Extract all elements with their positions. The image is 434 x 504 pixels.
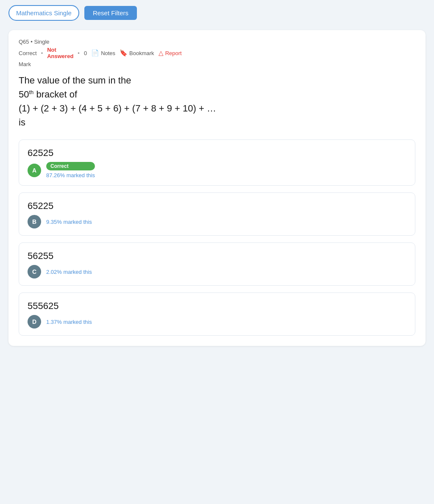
question-text-line2: 50th bracket of	[19, 89, 77, 100]
question-card: Q65 • Single Correct • Not Answered • 0 …	[8, 30, 426, 346]
question-text-line1: The value of the sum in the	[19, 75, 131, 86]
correct-badge-a: Correct	[46, 162, 95, 170]
option-d-percent: 1.37% marked this	[46, 319, 92, 325]
meta-line1: Q65 • Single	[19, 39, 415, 45]
option-b-value: 65225	[28, 200, 406, 212]
option-c-percent: 2.02% marked this	[46, 269, 92, 275]
option-d-value: 555625	[28, 301, 406, 312]
notes-icon: 📄	[91, 49, 99, 57]
meta-line3: Mark	[19, 61, 415, 67]
option-d-info: 1.37% marked this	[46, 319, 92, 325]
option-b-circle: B	[28, 215, 41, 228]
subject-button[interactable]: Mathematics Single	[8, 5, 79, 21]
not-answered-label: Not Answered	[47, 47, 73, 59]
option-card-b[interactable]: 65225 B 9.35% marked this	[19, 192, 415, 236]
correct-label: Correct	[19, 50, 37, 56]
main-container: Q65 • Single Correct • Not Answered • 0 …	[0, 26, 434, 350]
question-math: (1) + (2 + 3) + (4 + 5 + 6) + (7 + 8 + 9…	[19, 103, 216, 114]
option-card-a[interactable]: 62525 A Correct 87.26% marked this	[19, 139, 415, 186]
meta-zero: 0	[84, 50, 87, 56]
option-d-row: D 1.37% marked this	[28, 315, 406, 329]
question-body: The value of the sum in the 50th bracket…	[19, 73, 415, 129]
notes-button[interactable]: 📄 Notes	[91, 49, 115, 57]
option-a-info: Correct 87.26% marked this	[46, 162, 95, 178]
option-card-d[interactable]: 555625 D 1.37% marked this	[19, 292, 415, 336]
question-meta: Q65 • Single Correct • Not Answered • 0 …	[19, 39, 415, 67]
option-b-row: B 9.35% marked this	[28, 215, 406, 228]
reset-filters-button[interactable]: Reset Filters	[84, 6, 137, 20]
option-c-info: 2.02% marked this	[46, 269, 92, 275]
question-id: Q65	[19, 39, 29, 45]
option-c-circle: C	[28, 265, 41, 278]
meta-line2: Correct • Not Answered • 0 📄 Notes 🔖 Boo…	[19, 47, 415, 59]
option-d-circle: D	[28, 315, 41, 329]
option-b-info: 9.35% marked this	[46, 219, 92, 225]
bookmark-button[interactable]: 🔖 Bookmark	[120, 49, 154, 57]
options-list: 62525 A Correct 87.26% marked this 65225…	[19, 139, 415, 336]
warning-icon: △	[159, 49, 164, 57]
option-c-value: 56255	[28, 251, 406, 262]
question-type: Single	[34, 39, 49, 45]
top-bar: Mathematics Single Reset Filters	[0, 0, 434, 26]
option-a-row: A Correct 87.26% marked this	[28, 162, 406, 178]
option-b-percent: 9.35% marked this	[46, 219, 92, 225]
option-a-circle: A	[28, 164, 41, 177]
report-button[interactable]: △ Report	[159, 49, 182, 57]
question-is: is	[19, 117, 25, 128]
option-a-value: 62525	[28, 148, 406, 159]
bookmark-icon: 🔖	[120, 49, 128, 57]
option-card-c[interactable]: 56255 C 2.02% marked this	[19, 242, 415, 286]
option-a-percent: 87.26% marked this	[46, 172, 95, 178]
option-c-row: C 2.02% marked this	[28, 265, 406, 278]
